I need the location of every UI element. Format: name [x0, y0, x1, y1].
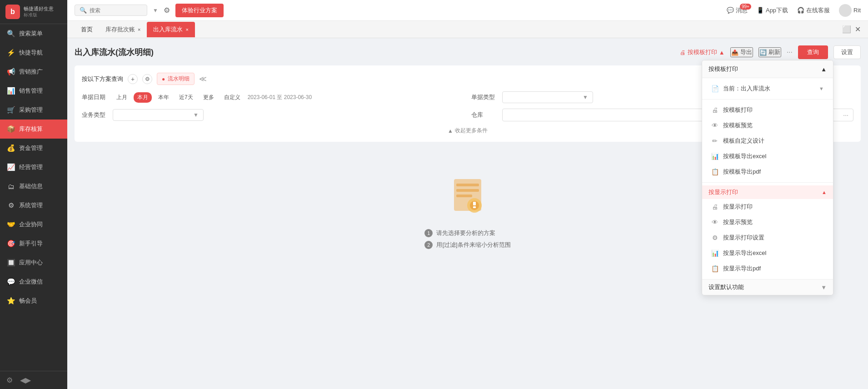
basic-icon: 🗂: [6, 182, 15, 191]
date-btn-more[interactable]: 更多: [200, 92, 218, 103]
sidebar-item-label-wechat: 企业微信: [19, 278, 43, 286]
page-actions: 🖨 按模板打印 ▲ 📤 导出 🔄 刷新 ··· 按模板打印: [680, 45, 861, 59]
sidebar-item-finance[interactable]: 💰 资金管理: [0, 139, 67, 158]
tab-inout-flow[interactable]: 出入库流水 ×: [147, 22, 195, 37]
sidebar-item-sales[interactable]: 📊 销售管理: [0, 81, 67, 100]
app-download-btn[interactable]: 📱 App下载: [757, 6, 788, 15]
date-btn-this-year[interactable]: 本年: [155, 92, 173, 103]
dropdown-display-pdf[interactable]: 📋 按显示导出pdf: [702, 261, 833, 276]
dropdown-template-pdf[interactable]: 📋 按模板导出pdf: [702, 164, 833, 180]
topbar-gear-icon[interactable]: ⚙: [164, 6, 170, 15]
display-excel-label: 按显示导出excel: [723, 249, 766, 257]
search-input[interactable]: [90, 7, 126, 14]
tab-expand-area: ⬜ ✕: [842, 25, 861, 34]
sidebar-item-basic[interactable]: 🗂 基础信息: [0, 177, 67, 196]
sidebar-item-label-system: 系统管理: [19, 201, 43, 209]
tab-inout-flow-close[interactable]: ×: [185, 27, 188, 32]
sidebar-item-enterprise[interactable]: 🤝 企业协同: [0, 215, 67, 234]
tab-home-label: 首页: [81, 25, 93, 34]
finance-icon: 💰: [6, 144, 15, 153]
filter-setting-btn[interactable]: ⚙: [142, 74, 152, 84]
export-btn[interactable]: 📤 导出: [730, 47, 753, 57]
query-btn[interactable]: 查询: [798, 45, 828, 59]
dropdown-template-print[interactable]: 🖨 按模板打印: [702, 102, 833, 118]
sidebar-item-inventory[interactable]: 📦 库存核算: [0, 120, 67, 139]
display-settings-label: 按显示打印设置: [723, 234, 764, 242]
print-icon: 🖨: [680, 49, 686, 56]
tab-home[interactable]: 首页: [75, 22, 99, 37]
dropdown-template-preview[interactable]: 👁 按模板预览: [702, 118, 833, 133]
type-select[interactable]: ▼: [502, 91, 593, 103]
dropdown-template-custom[interactable]: ✏ 模板自定义设计: [702, 133, 833, 149]
user-area[interactable]: Rit: [839, 4, 861, 17]
template-preview-label: 按模板预览: [723, 121, 753, 130]
purchase-icon: 🛒: [6, 105, 15, 115]
dropdown-template-excel[interactable]: 📊 按模板导出excel: [702, 149, 833, 164]
sidebar-item-member[interactable]: ⭐ 畅会员: [0, 291, 67, 310]
dropdown-current-item[interactable]: 📄 当前：出入库流水 ▼: [702, 81, 833, 96]
step-1-text: 请先选择要分析的方案: [436, 229, 495, 237]
business-select[interactable]: ▼: [113, 109, 204, 121]
dropdown-footer[interactable]: 设置默认功能 ▼: [702, 279, 833, 295]
date-btn-last-month[interactable]: 上月: [113, 92, 131, 103]
app-download-label: App下载: [766, 6, 788, 15]
sidebar-item-purchase[interactable]: 🛒 采购管理: [0, 100, 67, 120]
svg-rect-6: [473, 202, 476, 205]
topbar-right: 💬 消息 99+ 📱 App下载 🎧 在线客服 Rit: [727, 4, 861, 17]
warehouse-select-more-icon[interactable]: ···: [843, 111, 848, 119]
sidebar-item-label-operations: 经营管理: [19, 163, 43, 171]
refresh-btn[interactable]: 🔄 刷新: [758, 47, 781, 57]
display-excel-icon: 📊: [711, 249, 718, 257]
template-print-label: 按模板打印: [723, 106, 753, 114]
dropdown-header-arrow-icon[interactable]: ▲: [821, 66, 827, 73]
printer-icon: 🖨: [711, 106, 718, 114]
dropdown-display-preview[interactable]: 👁 按显示预览: [702, 214, 833, 230]
sidebar-item-system[interactable]: ⚙ 系统管理: [0, 196, 67, 215]
filter-business-item: 业务类型 ▼: [82, 109, 464, 121]
tab-batch-account[interactable]: 库存批次账 ×: [99, 22, 147, 37]
filter-collapse-icon[interactable]: ≪: [199, 75, 207, 83]
date-btn-7days[interactable]: 近7天: [175, 92, 197, 103]
sidebar-item-quick-nav[interactable]: ⚡ 快捷导航: [0, 43, 67, 62]
topbar-search-box[interactable]: 🔍: [75, 5, 147, 16]
display-print-sub-arrow-icon[interactable]: ▲: [822, 190, 827, 195]
sidebar-item-guide[interactable]: 🎯 新手引导: [0, 234, 67, 253]
dropdown-header: 按模板打印 ▲: [702, 60, 833, 78]
filter-warehouse-label: 仓库: [471, 111, 499, 119]
guide-icon: 🎯: [6, 239, 15, 248]
date-group: 上月 本月 本年 近7天 更多 自定义: [113, 92, 244, 103]
sidebar-item-search[interactable]: 🔍 搜索菜单: [0, 24, 67, 43]
tab-close-all-btn[interactable]: ✕: [855, 25, 861, 34]
tab-restore-btn[interactable]: ⬜: [842, 25, 851, 34]
svg-rect-2: [456, 189, 479, 192]
sidebar-item-wechat[interactable]: 💬 企业微信: [0, 272, 67, 291]
sidebar-item-app-center[interactable]: 🔲 应用中心: [0, 253, 67, 272]
date-btn-custom[interactable]: 自定义: [220, 92, 244, 103]
filter-tag-flow[interactable]: ● 流水明细: [157, 73, 195, 85]
sidebar-item-label-finance: 资金管理: [19, 144, 43, 152]
enterprise-icon: 🤝: [6, 220, 15, 229]
dropdown-display-excel[interactable]: 📊 按显示导出excel: [702, 245, 833, 261]
empty-state-icon: [445, 175, 490, 220]
topbar-chevron-icon[interactable]: ▼: [153, 7, 158, 14]
sidebar-item-marketing[interactable]: 📢 营销推广: [0, 62, 67, 81]
dropdown-display-settings[interactable]: ⚙ 按显示打印设置: [702, 230, 833, 245]
filter-tag-circle-icon: ●: [162, 76, 165, 82]
more-actions-icon[interactable]: ···: [787, 48, 793, 56]
dropdown-footer-arrow-icon[interactable]: ▼: [821, 284, 827, 291]
collapse-sidebar-icon[interactable]: ◀▶: [20, 376, 31, 384]
step-num-2: 2: [424, 241, 433, 249]
page-title: 出入库流水(流水明细): [75, 47, 154, 58]
print-template-btn[interactable]: 🖨 按模板打印 ▲: [680, 48, 725, 56]
date-btn-this-month[interactable]: 本月: [134, 92, 152, 103]
filter-add-btn[interactable]: +: [128, 74, 138, 84]
dropdown-display-print[interactable]: 🖨 按显示打印: [702, 199, 833, 214]
online-service-btn[interactable]: 🎧 在线客服: [797, 6, 830, 15]
settings-icon[interactable]: ⚙: [6, 376, 13, 384]
message-btn[interactable]: 💬 消息 99+: [727, 6, 748, 15]
settings-btn[interactable]: 设置: [833, 45, 861, 59]
trial-btn[interactable]: 体验行业方案: [175, 4, 224, 17]
sidebar-item-operations[interactable]: 📈 经营管理: [0, 158, 67, 177]
step-2-text: 用[过滤]条件来缩小分析范围: [436, 241, 510, 249]
tab-batch-account-close[interactable]: ×: [138, 27, 140, 32]
